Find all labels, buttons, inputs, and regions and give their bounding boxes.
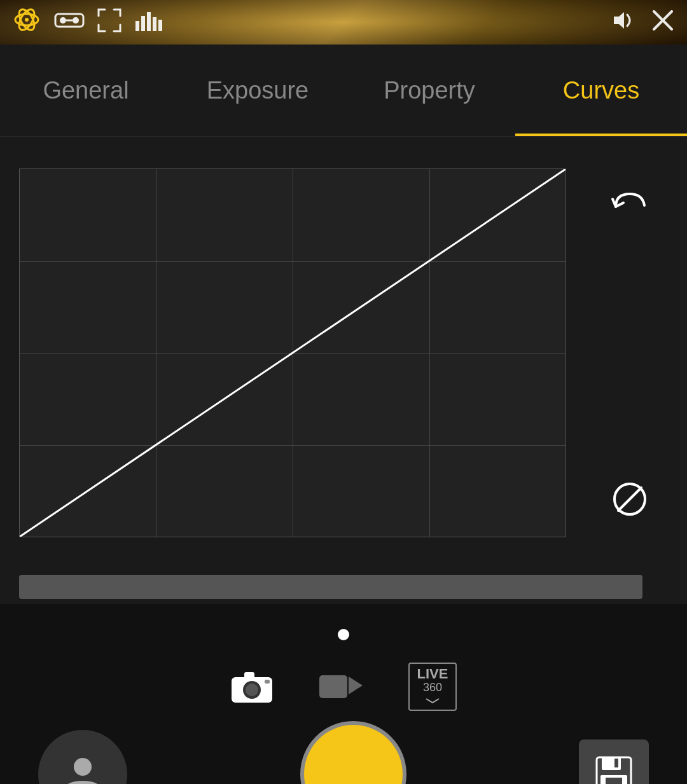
tab-exposure-label: Exposure [207, 77, 309, 104]
atom-icon[interactable] [13, 6, 41, 39]
live-label: LIVE [417, 667, 448, 681]
chevron-icon [425, 698, 440, 704]
svg-line-18 [618, 488, 641, 511]
curve-graph[interactable] [19, 168, 566, 537]
svg-line-16 [20, 169, 566, 537]
save-button[interactable] [579, 739, 649, 785]
clear-button[interactable] [604, 474, 655, 525]
camera-controls: LIVE 360 [0, 604, 687, 784]
slider-bar-container [0, 569, 687, 604]
shutter-button[interactable] [304, 725, 403, 784]
top-banner [0, 0, 687, 45]
svg-rect-12 [158, 20, 162, 31]
chart-icon[interactable] [134, 8, 166, 37]
curve-controls [585, 168, 674, 537]
banner-left-icons [13, 6, 166, 39]
svg-marker-13 [614, 12, 624, 29]
svg-rect-30 [606, 778, 622, 785]
svg-rect-11 [153, 17, 156, 31]
svg-marker-25 [349, 677, 363, 694]
360-label: 360 [423, 681, 442, 695]
svg-rect-9 [141, 16, 145, 31]
svg-rect-8 [135, 21, 139, 31]
svg-point-21 [246, 684, 258, 696]
svg-rect-22 [244, 672, 254, 678]
svg-rect-23 [265, 680, 270, 684]
tab-general-label: General [43, 77, 128, 104]
close-icon[interactable] [651, 9, 674, 36]
tab-general[interactable]: General [0, 45, 172, 136]
svg-point-6 [73, 17, 79, 24]
banner-right-icons [610, 8, 674, 37]
curve-line-svg [20, 169, 566, 537]
svg-rect-31 [614, 759, 618, 767]
undo-button[interactable] [604, 181, 655, 232]
svg-point-5 [60, 17, 66, 24]
live360-mode-button[interactable]: LIVE 360 [408, 663, 457, 711]
video-mode-button[interactable] [318, 670, 364, 703]
tab-curves-label: Curves [563, 77, 639, 104]
svg-point-26 [74, 758, 92, 776]
tab-property[interactable]: Property [344, 45, 515, 136]
mode-icons-row: LIVE 360 [0, 655, 687, 719]
slider-track[interactable] [19, 575, 642, 599]
capture-row [0, 719, 687, 784]
mode-dot-photo[interactable] [338, 629, 349, 640]
svg-rect-10 [147, 12, 151, 31]
mode-selector [0, 604, 687, 655]
svg-point-3 [25, 18, 29, 22]
curves-area [0, 137, 687, 569]
photo-mode-button[interactable] [230, 668, 274, 705]
tab-curves[interactable]: Curves [515, 45, 687, 136]
fullscreen-icon[interactable] [97, 8, 121, 37]
tab-property-label: Property [384, 77, 475, 104]
tab-exposure[interactable]: Exposure [172, 45, 344, 136]
vr-icon[interactable] [54, 10, 85, 35]
volume-icon[interactable] [610, 8, 635, 37]
svg-rect-24 [319, 675, 347, 698]
tabs-bar: General Exposure Property Curves [0, 45, 687, 137]
gallery-button[interactable] [38, 730, 127, 785]
